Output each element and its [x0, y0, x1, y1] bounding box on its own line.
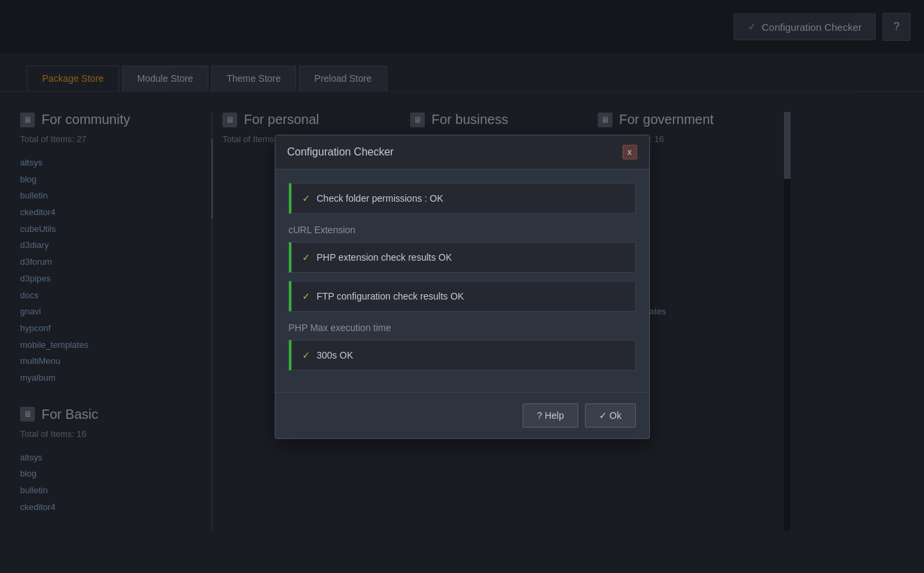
check-mark-icon: ✓	[302, 193, 310, 204]
modal-body: ✓ Check folder permissions : OK cURL Ext…	[275, 170, 649, 392]
check-mark-icon-2: ✓	[302, 252, 310, 263]
check-folder-permissions: ✓ Check folder permissions : OK	[289, 183, 636, 214]
check-ftp-config: ✓ FTP configuration check results OK	[289, 281, 636, 312]
help-btn-label: ? Help	[537, 410, 564, 421]
modal-help-button[interactable]: ? Help	[523, 403, 578, 428]
modal-title: Configuration Checker	[287, 146, 394, 158]
modal-overlay: Configuration Checker x ✓ Check folder p…	[0, 0, 924, 573]
check-php-max-time: ✓ 300s OK	[289, 340, 636, 371]
ok-btn-label: ✓ Ok	[599, 410, 622, 421]
check-mark-icon-4: ✓	[302, 350, 310, 361]
configuration-checker-modal: Configuration Checker x ✓ Check folder p…	[275, 135, 650, 439]
check-php-extension: ✓ PHP extension check results OK	[289, 242, 636, 273]
check-php-text: PHP extension check results OK	[317, 252, 452, 263]
php-max-label: PHP Max execution time	[289, 322, 636, 333]
check-folder-text: Check folder permissions : OK	[317, 193, 444, 204]
modal-footer: ? Help ✓ Ok	[275, 392, 649, 438]
modal-close-button[interactable]: x	[622, 145, 637, 160]
check-ftp-text: FTP configuration check results OK	[317, 291, 464, 302]
modal-header: Configuration Checker x	[275, 135, 649, 170]
check-mark-icon-3: ✓	[302, 291, 310, 302]
check-300s-text: 300s OK	[317, 350, 353, 361]
curl-section-label: cURL Extension	[289, 225, 636, 235]
modal-ok-button[interactable]: ✓ Ok	[585, 403, 636, 428]
